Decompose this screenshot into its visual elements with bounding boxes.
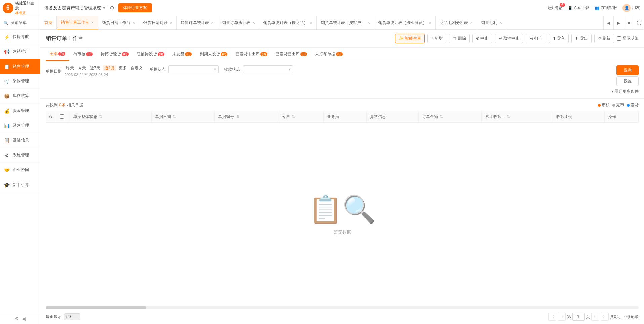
date-shortcut-更多[interactable]: 更多 <box>117 65 128 71</box>
th-amount[interactable]: 订单金额 ⇅ <box>418 111 482 123</box>
date-shortcut-昨天[interactable]: 昨天 <box>65 65 75 71</box>
date-shortcut-近1月[interactable]: 近1月 <box>103 65 116 71</box>
sidebar-item-inventory[interactable]: 📦库存核算 <box>0 89 40 104</box>
th-collected[interactable]: 累计收款... ⇅ <box>482 111 553 123</box>
tab-close-sales-workbench[interactable]: ✕ <box>91 21 94 24</box>
tab-sales-stats[interactable]: 销售订单统计表✕ <box>177 16 218 30</box>
refresh-button[interactable]: ↻ 刷新 <box>594 34 614 43</box>
search-menu[interactable]: 🔍 搜索菜单 <box>0 16 40 30</box>
system-dropdown-icon[interactable]: ▾ <box>103 5 105 10</box>
payment-select[interactable] <box>243 65 293 73</box>
sidebar-item-marketing[interactable]: 📢营销推广 <box>0 44 40 59</box>
status-select[interactable] <box>168 65 219 73</box>
next-page-button[interactable]: 〉 <box>591 313 599 321</box>
tab-gross-margin[interactable]: 商品毛利分析表✕ <box>436 16 477 30</box>
filter-tab-not-printed[interactable]: 未打印单据(0) <box>311 48 347 61</box>
industry-solution-button[interactable]: 体验行业方案 <box>118 3 152 12</box>
filter-tab-pending-inspect[interactable]: 待拣货验货(0) <box>97 48 132 61</box>
sidebar-item-finance[interactable]: 💰资金管理 <box>0 104 40 118</box>
filter-tab-not-shipped[interactable]: 未发货(0) <box>168 48 196 61</box>
tab-next-button[interactable]: ▶ <box>614 16 624 30</box>
collapse-icon[interactable]: ◀ <box>22 316 26 321</box>
nav-icon-system: ⚙ <box>3 153 10 158</box>
tab-close-sales-unified-product[interactable]: ✕ <box>310 21 312 25</box>
smart-create-button[interactable]: ✨ 智能生单 <box>395 34 425 43</box>
ship-tag[interactable]: 发货 <box>627 102 639 108</box>
tab-sales-unified-staff[interactable]: 销货单统计表（按业务员）✕ <box>374 16 436 30</box>
tab-cash-reconcile[interactable]: 钱货日清对账✕ <box>139 16 177 30</box>
filter-tab-pending-review[interactable]: 待审核(0) <box>69 48 97 61</box>
date-shortcut-今天[interactable]: 今天 <box>77 65 87 71</box>
show-detail-checkbox[interactable] <box>617 36 621 41</box>
sidebar-item-purchase[interactable]: 🛒采购管理 <box>0 74 40 89</box>
page-input[interactable] <box>572 313 585 321</box>
stop-button[interactable]: ⊘ 中止 <box>472 34 492 43</box>
tab-fullscreen-button[interactable]: ⛶ <box>634 16 644 30</box>
filter-tab-expired-not-shipped[interactable]: 到期未发货(0) <box>196 48 231 61</box>
show-detail-label[interactable]: 显示明细 <box>617 36 639 41</box>
tab-close-sales-profit[interactable]: ✕ <box>499 21 502 25</box>
sidebar-item-quick-nav[interactable]: ⚡快捷导航 <box>0 30 40 44</box>
header-settings-icon[interactable]: ⚙ <box>110 5 114 11</box>
th-status[interactable]: 单据整体状态 ⇅ <box>70 111 152 123</box>
tab-prev-button[interactable]: ◀ <box>604 16 614 30</box>
date-shortcut-近7天[interactable]: 近7天 <box>89 65 102 71</box>
add-button[interactable]: + 新增 <box>427 34 446 43</box>
last-page-button[interactable]: 》 <box>601 313 609 321</box>
tab-close-all-button[interactable]: ✕ <box>624 16 634 30</box>
tab-sales-exec[interactable]: 销售订单执行表✕ <box>218 16 259 30</box>
filter-tab-shipped-out[interactable]: 已发货已出库(0) <box>271 48 311 61</box>
tab-sales-profit[interactable]: 销售毛利✕ <box>477 16 506 30</box>
import-button[interactable]: ⬆ 导入 <box>549 34 569 43</box>
filter-tab-all[interactable]: 全部(0) <box>46 48 69 61</box>
filter-tab-shipped-not-out[interactable]: 已发货未出库(0) <box>231 48 271 61</box>
sidebar-item-sales[interactable]: 📋销售管理 <box>0 59 40 74</box>
th-checkbox[interactable] <box>56 111 70 123</box>
filter-tab-wangpu-shipping[interactable]: 旺铺待发货(0) <box>133 48 168 61</box>
review-tag[interactable]: 审核 <box>598 102 610 108</box>
tab-sales-unified-customer[interactable]: 销货单统计表（按客户）✕ <box>317 16 374 30</box>
tab-close-cash-reconcile[interactable]: ✕ <box>170 21 172 25</box>
user-area[interactable]: 👤 用友 <box>622 4 640 12</box>
th-number[interactable]: 单据编号 ⇅ <box>215 111 278 123</box>
query-button[interactable]: 查询 <box>616 65 639 75</box>
settings-button[interactable]: 设置 <box>616 76 639 86</box>
export-button[interactable]: ⬇ 导出 <box>571 34 591 43</box>
sidebar-item-basic-info[interactable]: 📋基础信息 <box>0 133 40 148</box>
print-button[interactable]: 🖨 打印 <box>526 34 546 43</box>
online-service-area[interactable]: 👥 在线客服 <box>595 5 617 11</box>
date-shortcut-自定义[interactable]: 自定义 <box>129 65 144 71</box>
message-icon-area[interactable]: 💬 6 消息 <box>548 5 562 11</box>
per-page-select[interactable]: 20 50 100 <box>64 313 80 320</box>
sidebar-item-enterprise[interactable]: 🤝企业协同 <box>0 163 40 177</box>
select-all-checkbox[interactable] <box>60 114 64 119</box>
settings-bottom-icon[interactable]: ⚙ <box>15 316 19 321</box>
tab-home[interactable]: 首页 <box>40 16 57 30</box>
first-page-button[interactable]: 《 <box>548 313 556 321</box>
cancel-review-tag[interactable]: 充审 <box>612 102 624 108</box>
th-customer[interactable]: 客户 ⇅ <box>278 111 324 123</box>
sidebar-item-system[interactable]: ⚙系统管理 <box>0 148 40 163</box>
tab-close-cash-daily[interactable]: ✕ <box>132 21 135 25</box>
tab-sales-unified-product[interactable]: 销货单统计表（按商品）✕ <box>259 16 317 30</box>
tab-sales-workbench[interactable]: 销售订单工作台✕ <box>57 16 98 30</box>
expand-more-button[interactable]: ▾ 展开更多条件 <box>611 89 639 94</box>
sidebar-item-operations[interactable]: 📊经营管理 <box>0 118 40 133</box>
nav-icon-sales: 📋 <box>3 64 10 69</box>
sidebar-item-guide[interactable]: 🎓新手引导 <box>0 177 40 192</box>
th-date[interactable]: 单据日期 ⇅ <box>151 111 215 123</box>
delete-button[interactable]: 🗑 删除 <box>449 34 470 43</box>
pagination: 每页显示 20 50 100 《 〈 第 页 〉 <box>40 309 644 324</box>
tab-close-gross-margin[interactable]: ✕ <box>470 21 473 25</box>
cancel-stop-button[interactable]: ↩ 取消中止 <box>495 34 523 43</box>
tab-close-sales-stats[interactable]: ✕ <box>211 21 214 25</box>
tab-cash-daily[interactable]: 钱货日清工作台✕ <box>98 16 139 30</box>
horizontal-scrollbar[interactable] <box>46 306 639 309</box>
tab-close-sales-unified-staff[interactable]: ✕ <box>429 21 431 25</box>
scroll-thumb[interactable] <box>46 306 146 309</box>
tab-close-sales-unified-customer[interactable]: ✕ <box>367 21 370 25</box>
th-settings[interactable]: ⚙ <box>46 111 56 123</box>
app-download-area[interactable]: 📱 App下载 <box>568 5 589 11</box>
tab-close-sales-exec[interactable]: ✕ <box>252 21 255 25</box>
prev-page-button[interactable]: 〈 <box>558 313 566 321</box>
